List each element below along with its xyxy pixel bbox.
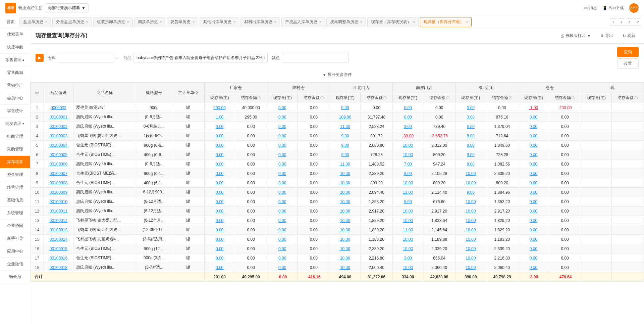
cell-na-qty[interactable]: 0.00 [393,103,423,112]
cell-zc-qty[interactable]: 0.00 [518,206,549,216]
sidebar-item-finance[interactable]: 资金管理 [0,169,30,181]
sidebar-item-appcenter[interactable]: 应用中心 [0,245,30,258]
cell-fj-qty[interactable]: 200.00 [204,103,235,112]
cell-yb-qty[interactable]: 10.00 [455,169,486,178]
cell-fj-qty[interactable]: 0.00 [204,122,235,131]
toggle-btn[interactable]: ▶ [36,54,44,62]
cell-na-qty[interactable]: 10.00 [393,141,423,150]
cell-lc-qty[interactable]: 0.00 [267,131,298,141]
sidebar-item-nav[interactable]: 快捷导航 [0,41,30,54]
cell-fj-qty[interactable]: 0.00 [204,141,235,150]
info-icon-1[interactable]: ⓘ [258,96,261,100]
close-icon-2[interactable]: × [127,20,129,24]
query-btn[interactable]: 查询 [617,47,639,57]
cell-zc-qty[interactable]: 0.00 [518,263,549,272]
sidebar-item-corp[interactable]: 企业协同 [0,220,30,232]
user-area[interactable]: demo2 [629,3,639,13]
info-icon-2[interactable]: ⓘ [320,96,324,100]
info-icon-5[interactable]: ⓘ [509,96,512,100]
cell-lc-qty[interactable]: 0.00 [267,235,298,244]
tab-home[interactable]: 首页 [3,16,19,28]
cell-yb-qty[interactable]: 10.00 [455,216,486,225]
close-icon-4[interactable]: × [193,20,195,24]
cell-fj-qty[interactable]: 0.00 [204,188,235,197]
tab-item-10[interactable]: 现存量（库存分布表） × [420,17,472,27]
set-btn[interactable]: 设置 [617,58,639,68]
warehouse-input[interactable] [58,53,114,62]
cell-zc-qty[interactable]: 0.00 [518,253,549,263]
cell-lc-qty[interactable]: 0.00 [267,216,298,225]
sidebar-item-retail-stat[interactable]: 零售统计 [0,105,30,118]
print-btn[interactable]: 🖨 按模版打印 ▼ [557,32,594,40]
cell-jb-qty[interactable]: 10.00 [330,253,360,263]
cell-code[interactable]: 00100013 [44,225,73,235]
cell-fj-qty[interactable]: 0.00 [204,206,235,216]
cell-na-qty[interactable]: 10.00 [393,206,423,216]
cell-jb-qty[interactable]: 10.00 [330,169,360,178]
cell-lc-qty[interactable]: 0.00 [267,150,298,159]
cell-code[interactable]: 00100009 [44,188,73,197]
cell-yb-qty[interactable]: 8.00 [455,159,486,169]
cell-lc-qty[interactable]: 0.00 [267,159,298,169]
cell-zc-qty[interactable]: 0.00 [518,197,549,206]
tab-item-3[interactable]: 调拨单历史 × [134,17,166,27]
cell-lc-qty[interactable]: 0.00 [267,206,298,216]
cell-jb-qty[interactable]: 10.00 [330,178,360,188]
cell-fj-qty[interactable]: 0.00 [204,131,235,141]
color-input[interactable] [282,53,349,62]
sidebar-item-operations[interactable]: 经营管理 [0,181,30,194]
cell-yb-qty[interactable]: 3.00 [455,112,486,122]
close-icon-9[interactable]: × [413,20,415,24]
cell-lc-qty[interactable]: 0.00 [267,122,298,131]
cell-fj-qty[interactable]: 0.00 [204,178,235,188]
cell-code[interactable]: 00100003 [44,131,73,141]
cell-na-qty[interactable]: 10.00 [393,150,423,159]
cell-code[interactable]: 00100008 [44,178,73,188]
cell-jb-qty[interactable]: 10.00 [330,197,360,206]
cell-jb-qty[interactable]: 9.00 [330,131,360,141]
sidebar-item-basic-info[interactable]: 基础信息 [0,194,30,207]
cell-code[interactable]: 00100012 [44,216,73,225]
cell-yb-qty[interactable]: 8.00 [455,131,486,141]
tab-item-9[interactable]: 现存量（库存状况表） × [367,17,419,27]
cell-na-qty[interactable]: 10.00 [393,216,423,225]
cell-fj-qty[interactable]: 0.00 [204,169,235,178]
tab-item-1[interactable]: 分量盘点单历史 × [52,17,92,27]
refresh-btn[interactable]: ↻ 刷新 [619,32,639,40]
cell-zc-qty[interactable]: 0.00 [518,235,549,244]
close-icon-8[interactable]: × [360,20,362,24]
cell-code[interactable]: 00100016 [44,253,73,263]
tab-close-btn[interactable]: × [626,18,633,26]
cell-jb-qty[interactable]: 11.00 [330,122,360,131]
cell-lc-qty[interactable]: 0.00 [267,244,298,253]
cell-fj-qty[interactable]: 0.00 [204,150,235,159]
cell-yb-qty[interactable]: 10.00 [455,244,486,253]
close-icon-7[interactable]: × [319,20,321,24]
cell-na-qty[interactable]: 11.00 [393,188,423,197]
tab-next-btn[interactable]: › [618,18,625,26]
tab-item-2[interactable]: 组装拆卸单历史 × [93,17,133,27]
cell-lc-qty[interactable]: 0.00 [267,263,298,272]
sidebar-item-member2[interactable]: 畅会员 [0,271,30,283]
cell-jb-qty[interactable]: 10.00 [330,216,360,225]
sidebar-item-member[interactable]: 会员中心 [0,92,30,105]
cell-na-qty[interactable]: 3.00 [393,122,423,131]
info-icon-6[interactable]: ⓘ [572,96,575,100]
cell-fj-qty[interactable]: 0.00 [204,244,235,253]
more-filter-toggle[interactable]: ▼ 展开更多条件 [36,71,639,79]
cell-lc-qty[interactable]: 0.00 [267,112,298,122]
cell-fj-qty[interactable]: 0.00 [204,225,235,235]
cell-jb-qty[interactable]: 10.00 [330,225,360,235]
cell-lc-qty[interactable]: 0.00 [267,253,298,263]
tab-item-0[interactable]: 盘点单历史 × [19,17,51,27]
cell-zc-qty[interactable]: 0.00 [518,225,549,235]
cell-jb-qty[interactable]: 9.00 [330,141,360,150]
cell-code[interactable]: 00100005 [44,150,73,159]
cell-zc-qty[interactable]: 0.00 [518,188,549,197]
cell-na-qty[interactable]: 7.00 [393,159,423,169]
message-btn[interactable]: ✉ 消息 [584,5,597,11]
cell-na-qty[interactable]: 5.00 [393,197,423,206]
tab-item-7[interactable]: 产成品入库单历史 × [281,17,325,27]
cell-zc-qty[interactable]: 0.00 [518,122,549,131]
cell-jb-qty[interactable]: 10.00 [330,235,360,244]
